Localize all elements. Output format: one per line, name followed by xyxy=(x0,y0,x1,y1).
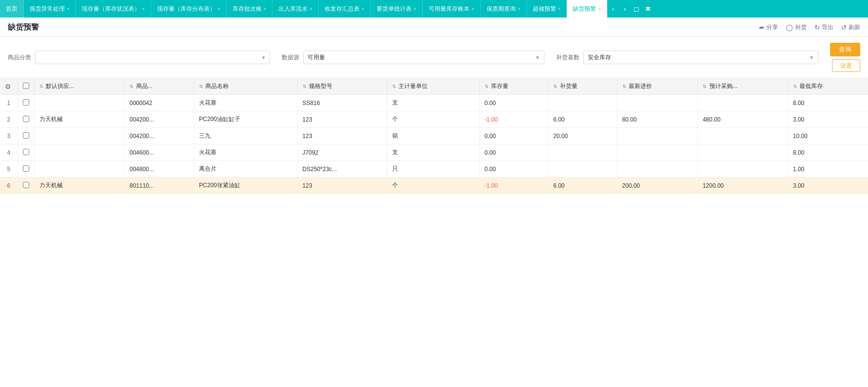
replenish-button[interactable]: ◯ 补货 xyxy=(786,23,807,32)
tab-available-ledger-close[interactable]: × xyxy=(471,6,474,12)
sort-supplier-icon: ⇅ xyxy=(39,84,43,89)
sort-stock-icon: ⇅ xyxy=(485,84,488,89)
cell-checkbox-1[interactable] xyxy=(18,111,34,128)
share-button[interactable]: ➦ 分享 xyxy=(759,23,778,32)
tab-nav-next[interactable]: › xyxy=(619,0,631,18)
cell-checkbox-5[interactable] xyxy=(18,177,34,194)
category-label: 商品分类 xyxy=(8,53,31,62)
row-checkbox-4[interactable] xyxy=(23,165,29,172)
export-button[interactable]: ↻ 导出 xyxy=(814,23,833,32)
col-product-name: ⇅ 商品名称 xyxy=(194,78,298,95)
tab-home[interactable]: 首页 xyxy=(0,0,24,18)
settings-button[interactable]: 设置 xyxy=(832,59,860,72)
tab-demand-stats[interactable]: 要货单统计表 × xyxy=(371,0,423,18)
cell-supplier-4 xyxy=(34,161,125,177)
cell-price-5: 200.00 xyxy=(617,177,698,194)
row-checkbox-0[interactable] xyxy=(23,99,29,106)
tab-expiry-query-close[interactable]: × xyxy=(518,6,521,12)
sort-name-icon: ⇅ xyxy=(199,84,203,89)
tab-stockout[interactable]: 缺货预警 × xyxy=(567,0,607,18)
cell-replenish-1: 6.00 xyxy=(548,111,617,128)
table-settings-icon[interactable]: ⚙ xyxy=(5,83,11,90)
select-all-checkbox[interactable] xyxy=(23,83,29,89)
table-row: 1 0000042 火花塞 SS816 支 0.00 8.00 xyxy=(0,95,868,111)
cell-checkbox-4[interactable] xyxy=(18,161,34,177)
tab-home-label: 首页 xyxy=(6,5,18,13)
category-dropdown-icon: ▼ xyxy=(261,55,266,60)
row-checkbox-5[interactable] xyxy=(23,182,29,188)
table-container: ⚙ ⇅ 默认供应... ⇅ 商品... ⇅ 商品名称 xyxy=(0,78,868,194)
row-checkbox-1[interactable] xyxy=(23,116,29,122)
tab-inventory-status[interactable]: 现存量（库存状况表） × xyxy=(76,0,151,18)
tab-overstock-close[interactable]: × xyxy=(558,6,561,12)
table-row: 2 力天机械 004200... PC200油缸缸子 123 个 -1.00 6… xyxy=(0,111,868,128)
cell-supplier-1: 力天机械 xyxy=(34,111,125,128)
cell-stock-0: 0.00 xyxy=(479,95,548,111)
page-header: 缺货预警 ➦ 分享 ◯ 补货 ↻ 导出 ↺ 刷新 xyxy=(0,18,868,37)
tab-demand-stats-close[interactable]: × xyxy=(414,6,416,12)
datasource-select-value: 可用量 xyxy=(307,53,325,62)
cell-unit-0: 支 xyxy=(387,95,480,111)
refresh-button[interactable]: ↺ 刷新 xyxy=(841,23,860,32)
cell-name-5: PC200张紧油缸 xyxy=(194,177,298,194)
tab-stockout-close[interactable]: × xyxy=(598,6,601,12)
tab-receipt-summary-close[interactable]: × xyxy=(362,6,364,12)
cell-checkbox-2[interactable] xyxy=(18,128,34,144)
cell-unit-2: 箱 xyxy=(387,128,480,144)
tab-batch-account-close[interactable]: × xyxy=(264,6,267,12)
cell-code-3: 004600... xyxy=(125,144,194,161)
tab-overstock[interactable]: 超储预警 × xyxy=(527,0,567,18)
tab-expiry-query[interactable]: 保质期查询 × xyxy=(481,0,527,18)
cell-est-purchase-1: 480.00 xyxy=(698,111,788,128)
row-checkbox-3[interactable] xyxy=(23,149,29,155)
tab-inout-flow[interactable]: 出入库流水 × xyxy=(272,0,319,18)
cell-checkbox-3[interactable] xyxy=(18,144,34,161)
cell-unit-1: 个 xyxy=(387,111,480,128)
replenish-label: 补货 xyxy=(795,23,807,32)
tab-inventory-dist[interactable]: 现存量（库存分布表） × xyxy=(151,0,227,18)
tab-inventory-dist-close[interactable]: × xyxy=(217,6,220,12)
replenish-base-label: 补货基数 xyxy=(556,53,579,62)
table-row: 6 力天机械 801110... PC200张紧油缸 123 个 -1.00 6… xyxy=(0,177,868,194)
cell-name-4: 离合片 xyxy=(194,161,298,177)
tab-exception[interactable]: 拣货异常处理 × xyxy=(24,0,76,18)
category-select[interactable]: ▼ xyxy=(35,51,270,64)
share-icon: ➦ xyxy=(759,24,764,31)
tab-nav-prev[interactable]: ‹ xyxy=(607,0,619,18)
tab-exception-close[interactable]: × xyxy=(67,6,70,12)
category-filter: 商品分类 ▼ xyxy=(8,51,270,64)
tab-inout-flow-close[interactable]: × xyxy=(309,6,312,12)
tab-receipt-summary[interactable]: 收发存汇总表 × xyxy=(319,0,371,18)
col-checkbox xyxy=(18,78,34,95)
tab-available-ledger[interactable]: 可用量库存账本 × xyxy=(423,0,481,18)
cell-supplier-3 xyxy=(34,144,125,161)
cell-stock-4: 0.00 xyxy=(479,161,548,177)
cell-price-1: 80.00 xyxy=(617,111,698,128)
col-latest-price: ⇅ 最新进价 xyxy=(617,78,698,95)
cell-price-3 xyxy=(617,144,698,161)
sort-unit-icon: ⇅ xyxy=(392,84,396,89)
page-title: 缺货预警 xyxy=(8,22,39,33)
datasource-select[interactable]: 可用量 ▼ xyxy=(303,51,544,64)
cell-min-stock-0: 8.00 xyxy=(788,95,868,111)
header-actions: ➦ 分享 ◯ 补货 ↻ 导出 ↺ 刷新 xyxy=(759,23,860,32)
replenish-base-select[interactable]: 安全库存 ▼ xyxy=(583,51,818,64)
tab-nav-close-all[interactable]: ✖ xyxy=(642,0,654,18)
sort-code-icon: ⇅ xyxy=(129,84,133,89)
tab-inventory-status-close[interactable]: × xyxy=(142,6,145,12)
col-product-code: ⇅ 商品... xyxy=(125,78,194,95)
tab-batch-account[interactable]: 库存批次账 × xyxy=(227,0,273,18)
tab-receipt-summary-label: 收发存汇总表 xyxy=(325,5,360,13)
table-header-row: ⚙ ⇅ 默认供应... ⇅ 商品... ⇅ 商品名称 xyxy=(0,78,868,95)
row-checkbox-2[interactable] xyxy=(23,132,29,139)
tab-nav-restore[interactable]: ◻ xyxy=(631,0,642,18)
cell-name-2: 三九 xyxy=(194,128,298,144)
col-stock-qty: ⇅ 库存量 xyxy=(479,78,548,95)
query-button[interactable]: 查询 xyxy=(830,43,860,56)
cell-checkbox-0[interactable] xyxy=(18,95,34,111)
cell-unit-3: 支 xyxy=(387,144,480,161)
col-est-purchase: ⇅ 预计采购... xyxy=(698,78,788,95)
cell-spec-4: DS250*23c... xyxy=(297,161,387,177)
cell-min-stock-4: 1.00 xyxy=(788,161,868,177)
cell-est-purchase-4 xyxy=(698,161,788,177)
